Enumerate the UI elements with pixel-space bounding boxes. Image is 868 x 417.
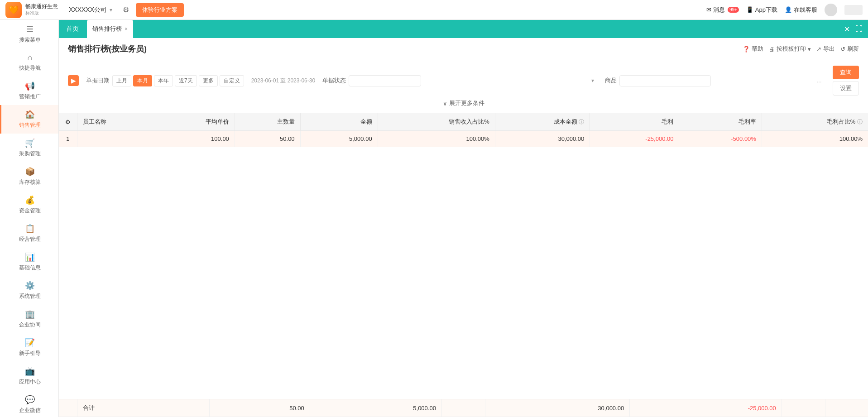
cell-gross-rate: -500.00% xyxy=(679,131,762,147)
tab-minimize-button[interactable]: ✕ xyxy=(842,23,852,35)
inventory-icon: 📦 xyxy=(25,167,35,177)
export-button[interactable]: ↗ 导出 xyxy=(816,45,835,53)
date-btn-last-month[interactable]: 上月 xyxy=(112,75,131,86)
sidebar-item-finance[interactable]: 💰 资金管理 xyxy=(0,191,58,219)
cell-gross: -25,000.00 xyxy=(590,131,679,147)
sidebar-item-label: 搜索菜单 xyxy=(19,36,41,44)
sidebar: ☰ 搜索菜单 ⌂ 快捷导航 📢 营销推广 🏠 销售管理 🛒 采购管理 📦 库存核… xyxy=(0,20,59,417)
filter-settings-button[interactable]: 设置 xyxy=(833,81,859,96)
goods-input[interactable] xyxy=(619,75,711,86)
message-button[interactable]: ✉ 消息 99+ xyxy=(706,6,739,14)
th-amount: 全额 xyxy=(300,113,378,131)
sidebar-item-operations[interactable]: 📋 经营管理 xyxy=(0,219,58,248)
corp-collab-icon: 🏢 xyxy=(25,309,35,319)
th-sales-pct: 销售收入占比% xyxy=(378,113,495,131)
footer-cell-gross-rate xyxy=(782,399,825,417)
column-settings-icon[interactable]: ⚙ xyxy=(65,119,71,125)
app-download-button[interactable]: 📱 App下载 xyxy=(746,6,777,14)
purchase-icon: 🛒 xyxy=(25,138,35,148)
tab-home[interactable]: 首页 xyxy=(59,20,86,38)
app-logo-icon: 🧡 xyxy=(5,2,22,18)
system-icon: ⚙️ xyxy=(25,281,35,291)
date-btn-7days[interactable]: 近7天 xyxy=(175,75,197,86)
th-main-qty: 主数量 xyxy=(235,113,300,131)
goods-filter-label: 商品 xyxy=(605,77,617,85)
sidebar-item-sales[interactable]: 🏠 销售管理 xyxy=(0,105,58,134)
gross-pct-info-icon[interactable]: ⓘ xyxy=(857,119,863,125)
sales-ranking-table: ⚙ 员工名称 平均单价 主数量 xyxy=(59,113,868,147)
message-icon: ✉ xyxy=(706,6,711,13)
footer-cell-gross: -25,000.00 xyxy=(630,399,782,417)
cell-main-qty: 50.00 xyxy=(235,131,300,147)
query-button[interactable]: 查询 xyxy=(833,66,859,79)
date-btn-this-month[interactable]: 本月 xyxy=(133,75,152,86)
download-icon: 📱 xyxy=(746,6,753,13)
tab-close-button[interactable]: × xyxy=(125,26,128,32)
sidebar-item-label: 企业微信 xyxy=(19,407,41,414)
footer-cell-label: 合计 xyxy=(77,399,166,417)
page-header: 销售排行榜(按业务员) ❓ 帮助 🖨 按模板打印 ▾ ↗ 导出 xyxy=(59,38,868,60)
export-icon: ↗ xyxy=(816,46,821,53)
experience-button[interactable]: 体验行业方案 xyxy=(136,3,184,17)
message-label: 消息 xyxy=(713,6,725,14)
online-service-label: 在线客服 xyxy=(794,6,817,14)
sidebar-item-corp-collab[interactable]: 🏢 企业协同 xyxy=(0,305,58,333)
th-gross-pct: 毛利占比% ⓘ xyxy=(762,113,868,131)
sidebar-item-search-order[interactable]: ☰ 搜索菜单 xyxy=(0,20,58,48)
sidebar-item-label: 采购管理 xyxy=(19,150,41,158)
cell-amount: 5,000.00 xyxy=(300,131,378,147)
table-area: ⚙ 员工名称 平均单价 主数量 xyxy=(59,113,868,417)
th-gross: 毛利 xyxy=(590,113,679,131)
status-select[interactable] xyxy=(349,75,421,86)
company-name: XXXXXX公司 xyxy=(69,6,107,14)
table-body: 1 100.00 50.00 5,000.00 100.00% 30,000.0… xyxy=(59,131,868,147)
goods-more-icon: … xyxy=(816,77,822,84)
operations-icon: 📋 xyxy=(25,224,35,234)
online-service-button[interactable]: 👤 在线客服 xyxy=(785,6,817,14)
page-title: 销售排行榜(按业务员) xyxy=(68,43,147,54)
filter-expand-button[interactable]: ▶ xyxy=(68,75,79,86)
filter-area: ▶ 单据日期 上月 本月 本年 近7天 更多 自定义 2023 xyxy=(59,60,868,113)
avatar[interactable] xyxy=(825,4,837,16)
sidebar-item-label: 快捷导航 xyxy=(19,64,41,72)
date-btn-custom[interactable]: 自定义 xyxy=(220,75,244,86)
sidebar-item-purchase[interactable]: 🛒 采购管理 xyxy=(0,134,58,162)
refresh-icon: ↺ xyxy=(840,46,845,53)
sidebar-item-guide[interactable]: 📝 新手引导 xyxy=(0,333,58,362)
help-button[interactable]: ❓ 帮助 xyxy=(743,45,763,53)
table-header-row: ⚙ 员工名称 平均单价 主数量 xyxy=(59,113,868,131)
date-btn-this-year[interactable]: 本年 xyxy=(154,75,173,86)
goods-filter: 商品 … xyxy=(605,75,825,86)
app-download-label: App下载 xyxy=(755,6,777,14)
sidebar-item-label: 经营管理 xyxy=(19,235,41,243)
date-btn-group: 上月 本月 本年 近7天 更多 自定义 xyxy=(112,75,244,86)
tab-bar-actions: ✕ ⛶ xyxy=(842,23,868,35)
goods-input-wrap: … xyxy=(619,75,825,86)
settings-gear-button[interactable]: ⚙ xyxy=(120,4,132,16)
sales-icon: 🏠 xyxy=(25,110,35,120)
refresh-button[interactable]: ↺ 刷新 xyxy=(840,45,859,53)
table-row: 1 100.00 50.00 5,000.00 100.00% 30,000.0… xyxy=(59,131,868,147)
sidebar-item-app-center[interactable]: 📺 应用中心 xyxy=(0,362,58,390)
date-btn-more[interactable]: 更多 xyxy=(199,75,218,86)
template-print-button[interactable]: 🖨 按模板打印 ▾ xyxy=(769,45,811,53)
app-sub: 标准版 xyxy=(25,10,58,16)
quick-nav-icon: ⌂ xyxy=(28,53,33,62)
cell-cost: 30,000.00 xyxy=(495,131,590,147)
sidebar-item-inventory[interactable]: 📦 库存核算 xyxy=(0,162,58,191)
message-badge: 99+ xyxy=(728,7,739,13)
sidebar-item-label: 新手引导 xyxy=(19,350,41,357)
company-selector[interactable]: XXXXXX公司 ▾ xyxy=(65,4,116,16)
sidebar-item-marketing[interactable]: 📢 营销推广 xyxy=(0,77,58,105)
tab-sales-ranking[interactable]: 销售排行榜 × xyxy=(87,20,133,38)
cost-info-icon[interactable]: ⓘ xyxy=(579,119,584,125)
tab-fullscreen-button[interactable]: ⛶ xyxy=(854,23,864,35)
expand-more-row: ∨ 展开更多条件 xyxy=(68,99,859,107)
sidebar-item-system[interactable]: ⚙️ 系统管理 xyxy=(0,276,58,305)
sidebar-item-quick-nav[interactable]: ⌂ 快捷导航 xyxy=(0,48,58,77)
sidebar-item-label: 应用中心 xyxy=(19,378,41,386)
sidebar-item-base-info[interactable]: 📊 基础信息 xyxy=(0,248,58,276)
expand-more-button[interactable]: ∨ 展开更多条件 xyxy=(443,99,484,107)
footer-cell-empty1 xyxy=(59,399,77,417)
sidebar-item-corp-wechat[interactable]: 💬 企业微信 xyxy=(0,390,58,417)
